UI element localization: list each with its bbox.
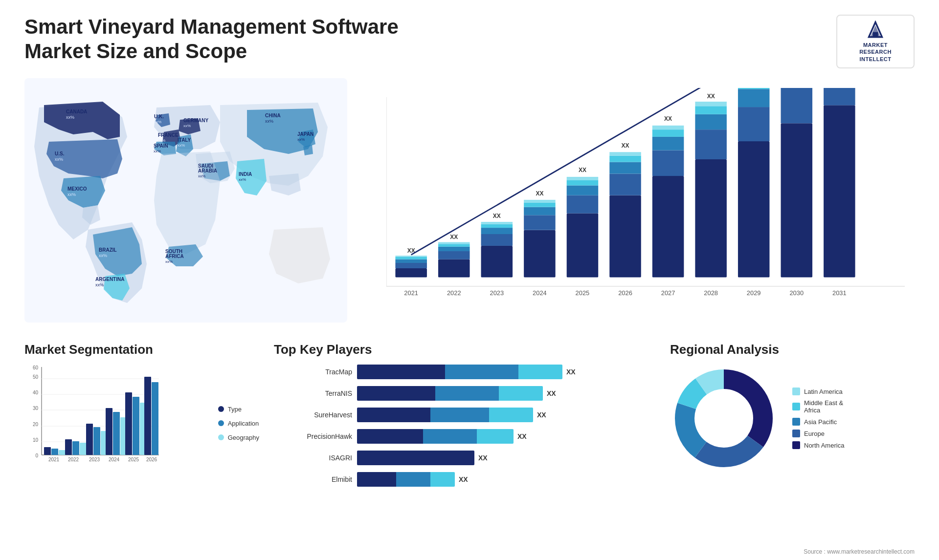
svg-rect-74	[652, 176, 684, 277]
svg-text:2023: 2023	[89, 457, 100, 462]
player-name-isagri: ISAGRI	[274, 454, 352, 462]
svg-text:40: 40	[33, 390, 39, 395]
svg-text:xx%: xx%	[297, 137, 305, 142]
svg-rect-70	[609, 162, 641, 174]
svg-text:XX: XX	[579, 167, 586, 173]
regional-legend: Latin America Middle East &Africa Asia P…	[792, 388, 844, 449]
logo-icon	[863, 21, 888, 39]
svg-rect-141	[113, 412, 120, 455]
reg-apac-label: Asia Pacific	[804, 418, 837, 426]
bar-chart-svg: XX XX XX	[386, 88, 905, 323]
svg-rect-82	[695, 114, 727, 129]
svg-text:XX: XX	[536, 190, 543, 197]
svg-text:XX: XX	[707, 93, 715, 100]
legend-type: Type	[218, 406, 259, 413]
svg-rect-69	[609, 173, 641, 195]
svg-text:XX: XX	[493, 213, 501, 219]
donut-container: Latin America Middle East &Africa Asia P…	[670, 365, 915, 472]
svg-rect-62	[567, 214, 599, 278]
svg-rect-134	[65, 439, 72, 455]
svg-rect-52	[481, 228, 513, 234]
svg-text:2024: 2024	[533, 289, 547, 297]
player-name-elmibit: Elmibit	[274, 475, 352, 483]
svg-text:10: 10	[33, 437, 39, 443]
reg-europe-label: Europe	[804, 430, 825, 437]
legend-application-label: Application	[228, 420, 259, 427]
svg-text:U.S.: U.S.	[55, 151, 65, 156]
svg-rect-56	[524, 230, 556, 278]
svg-rect-135	[72, 441, 79, 455]
svg-text:0: 0	[35, 453, 38, 458]
svg-rect-77	[652, 129, 684, 137]
svg-rect-42	[395, 256, 427, 257]
svg-text:GERMANY: GERMANY	[183, 118, 208, 123]
legend-geography-label: Geography	[228, 434, 259, 441]
svg-text:INDIA: INDIA	[239, 172, 252, 177]
svg-rect-137	[86, 424, 93, 455]
svg-rect-136	[80, 443, 87, 455]
svg-rect-58	[524, 207, 556, 215]
player-row-isagri: ISAGRI XX	[274, 451, 655, 465]
reg-legend-apac: Asia Pacific	[792, 418, 844, 426]
svg-rect-51	[481, 234, 513, 246]
svg-rect-47	[438, 244, 470, 247]
svg-rect-71	[609, 156, 641, 162]
legend-type-label: Type	[228, 406, 242, 413]
page-container: Smart Vineyard Management Software Marke…	[0, 0, 939, 560]
svg-rect-68	[609, 195, 641, 278]
player-row-sureharvest: SureHarvest XX	[274, 408, 655, 422]
svg-rect-88	[738, 89, 770, 107]
svg-text:2028: 2028	[704, 289, 718, 297]
legend-application: Application	[218, 420, 259, 427]
svg-rect-53	[481, 224, 513, 228]
bar-chart-section: XX XX XX	[362, 78, 915, 332]
svg-rect-54	[481, 222, 513, 224]
svg-rect-38	[395, 268, 427, 277]
svg-text:xx%: xx%	[95, 282, 104, 287]
svg-rect-64	[567, 185, 599, 195]
legend-geography: Geography	[218, 434, 259, 441]
svg-rect-78	[652, 126, 684, 129]
player-bar-precisionhawk: XX	[357, 429, 655, 444]
player-xx-terranis: XX	[547, 389, 556, 397]
svg-rect-92	[781, 123, 813, 277]
svg-text:2027: 2027	[661, 289, 675, 297]
world-map: CANADA xx% U.S. xx% MEXICO xx% BRAZIL xx…	[24, 78, 347, 323]
regional-title: Regional Analysis	[670, 342, 915, 357]
svg-rect-46	[438, 247, 470, 251]
svg-text:ARGENTINA: ARGENTINA	[95, 277, 124, 282]
svg-text:2021: 2021	[48, 457, 60, 462]
player-xx-sureharvest: XX	[537, 411, 546, 419]
svg-text:CANADA: CANADA	[66, 109, 87, 114]
svg-rect-84	[695, 102, 727, 106]
svg-text:xx%: xx%	[183, 124, 191, 128]
svg-text:2029: 2029	[747, 289, 761, 297]
reg-mea-label: Middle East &Africa	[804, 399, 843, 414]
players-title: Top Key Players	[274, 342, 655, 357]
svg-rect-63	[567, 195, 599, 214]
svg-rect-75	[652, 151, 684, 176]
svg-text:2024: 2024	[109, 457, 120, 462]
player-row-precisionhawk: PrecisionHawk XX	[274, 429, 655, 444]
regional-section: Regional Analysis	[670, 342, 915, 490]
svg-rect-65	[567, 180, 599, 185]
logo-text: MARKETRESEARCHINTELLECT	[859, 42, 892, 63]
svg-rect-132	[51, 449, 58, 455]
svg-text:xx%: xx%	[165, 259, 173, 264]
svg-rect-59	[524, 202, 556, 207]
svg-rect-80	[695, 159, 727, 277]
svg-text:xx%: xx%	[239, 177, 246, 182]
svg-text:2025: 2025	[128, 457, 139, 462]
svg-rect-72	[609, 152, 641, 155]
svg-point-159	[695, 390, 752, 447]
svg-rect-86	[738, 141, 770, 277]
svg-rect-98	[824, 105, 855, 277]
player-name-tracmap: TracMap	[274, 368, 352, 376]
player-name-sureharvest: SureHarvest	[274, 411, 352, 419]
player-bar-isagri: XX	[357, 451, 655, 465]
svg-text:XX: XX	[622, 142, 629, 149]
player-xx-tracmap: XX	[566, 368, 576, 376]
svg-rect-87	[738, 107, 770, 141]
player-xx-precisionhawk: XX	[517, 432, 527, 440]
svg-rect-83	[695, 106, 727, 114]
